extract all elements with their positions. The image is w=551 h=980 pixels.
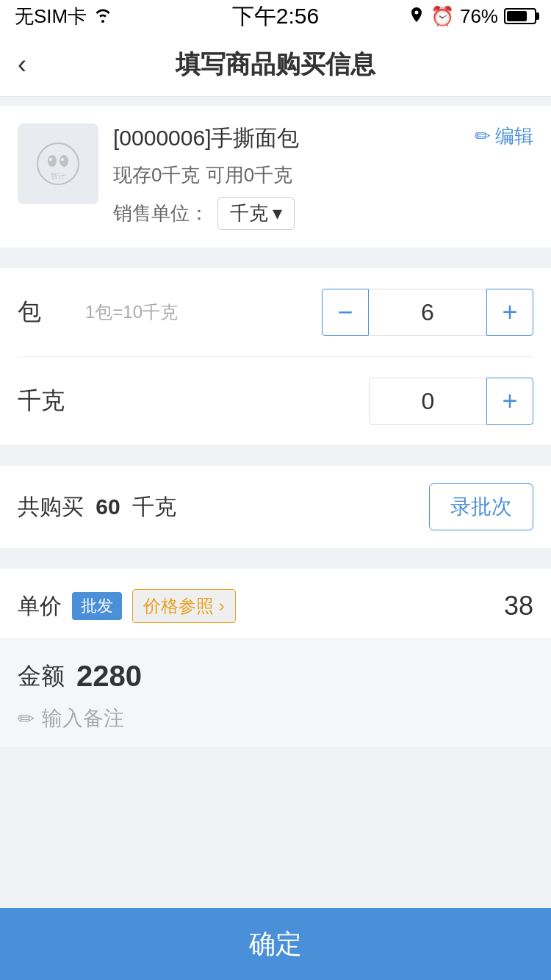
confirm-button[interactable]: 确定 — [0, 908, 551, 980]
quantity-hint-bao: 1包=10千克 — [85, 300, 322, 324]
divider-2 — [0, 457, 551, 466]
price-value: 38 — [504, 591, 533, 621]
unit-value: 千克 — [230, 201, 268, 226]
divider-3 — [0, 560, 551, 569]
quantity-plus-bao[interactable]: + — [486, 289, 533, 336]
product-logo-icon: 智计 — [36, 142, 80, 186]
amount-value: 2280 — [76, 660, 142, 693]
unit-select[interactable]: 千克 ▾ — [217, 197, 295, 230]
amount-section: 金额 2280 ✏ 输入备注 — [0, 638, 551, 747]
quantity-control-bao: − + — [322, 289, 533, 336]
page-title: 填写商品购买信息 — [176, 48, 375, 82]
remark-row[interactable]: ✏ 输入备注 — [18, 705, 533, 732]
empty-space — [0, 747, 551, 908]
quantity-plus-kg[interactable]: + — [486, 378, 533, 425]
price-ref-button[interactable]: 价格参照 › — [132, 589, 236, 623]
amount-label: 金额 — [18, 660, 65, 693]
alarm-icon: ⏰ — [431, 5, 454, 28]
price-left: 单价 批发 价格参照 › — [18, 589, 236, 623]
quantity-section: 包 1包=10千克 − + 千克 + — [0, 268, 551, 445]
edit-button[interactable]: ✏ 编辑 — [475, 123, 533, 149]
amount-row: 金额 2280 — [18, 660, 533, 693]
status-bar: 无SIM卡 下午2:56 ⏰ 76% — [0, 0, 551, 32]
unit-label: 销售单位： — [113, 201, 209, 226]
nav-bar: ‹ 填写商品购买信息 — [0, 32, 551, 97]
top-divider — [0, 97, 551, 106]
quantity-row-bao: 包 1包=10千克 − + — [18, 268, 533, 357]
price-row: 单价 批发 价格参照 › 38 — [18, 589, 533, 623]
product-unit-row: 销售单位： 千克 ▾ — [113, 197, 533, 230]
svg-point-4 — [61, 158, 64, 161]
status-right: ⏰ 76% — [408, 5, 536, 28]
carrier-text: 无SIM卡 — [15, 4, 87, 29]
total-text: 共购买 60 千克 — [18, 492, 176, 522]
wifi-icon — [93, 5, 113, 28]
quantity-control-kg: + — [369, 378, 533, 425]
price-label: 单价 — [18, 591, 62, 621]
quantity-label-kg: 千克 — [18, 385, 76, 417]
price-type-badge: 批发 — [72, 592, 122, 620]
price-section: 单价 批发 价格参照 › 38 — [0, 569, 551, 638]
quantity-input-kg[interactable] — [369, 378, 486, 425]
product-image: 智计 — [18, 123, 98, 204]
svg-point-2 — [60, 155, 68, 167]
product-info: [0000006]手撕面包 现存0千克 可用0千克 销售单位： 千克 ▾ — [113, 123, 533, 230]
total-unit: 千克 — [132, 494, 176, 519]
batch-button[interactable]: 录批次 — [429, 483, 533, 530]
product-stock: 现存0千克 可用0千克 — [113, 162, 533, 188]
status-carrier: 无SIM卡 — [15, 4, 113, 29]
quantity-label-bao: 包 — [18, 296, 76, 328]
chevron-down-icon: ▾ — [273, 202, 282, 225]
quantity-minus-bao[interactable]: − — [322, 289, 369, 336]
quantity-row-kg: 千克 + — [18, 357, 533, 445]
edit-icon: ✏ — [475, 125, 491, 148]
total-prefix: 共购买 — [18, 494, 84, 519]
quantity-input-bao[interactable] — [369, 289, 486, 336]
svg-point-1 — [48, 155, 57, 167]
location-icon — [408, 5, 425, 28]
total-amount: 60 — [96, 494, 120, 519]
divider-1 — [0, 259, 551, 268]
edit-label: 编辑 — [495, 123, 533, 149]
product-card: 智计 [0000006]手撕面包 现存0千克 可用0千克 销售单位： 千克 ▾ … — [0, 106, 551, 248]
total-section: 共购买 60 千克 录批次 — [0, 466, 551, 548]
back-button[interactable]: ‹ — [18, 49, 26, 80]
svg-point-3 — [49, 158, 52, 161]
product-name: [0000006]手撕面包 — [113, 123, 533, 154]
svg-text:智计: 智计 — [51, 172, 65, 180]
pencil-icon: ✏ — [18, 707, 35, 731]
status-time: 下午2:56 — [232, 1, 319, 32]
remark-placeholder: 输入备注 — [42, 705, 124, 732]
battery-icon — [504, 8, 536, 24]
battery-percent: 76% — [460, 5, 498, 28]
